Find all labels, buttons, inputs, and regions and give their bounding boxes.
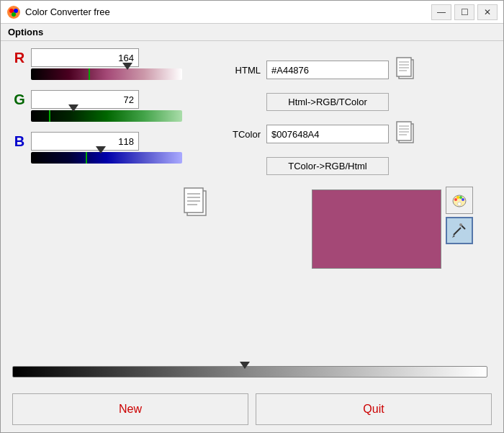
svg-point-3: [12, 12, 16, 17]
r-channel: R: [12, 48, 171, 84]
b-label-input-row: B: [12, 132, 171, 151]
main-window: Color Converter free — ☐ ✕ Options R: [0, 0, 504, 433]
g-slider-thumb: [68, 104, 78, 112]
window-title: Color Converter free: [25, 6, 431, 17]
r-slider-track[interactable]: [31, 68, 182, 80]
g-label: G: [12, 91, 27, 108]
middle-panel: [178, 48, 214, 356]
svg-point-1: [9, 9, 14, 13]
title-bar: Color Converter free — ☐ ✕: [1, 1, 503, 24]
b-slider-thumb: [96, 146, 106, 153]
r-label: R: [12, 50, 27, 66]
svg-point-31: [459, 223, 462, 226]
brightness-section: [1, 363, 503, 389]
action-icons: [446, 187, 473, 244]
svg-point-24: [456, 196, 459, 199]
window-controls: — ☐ ✕: [431, 4, 498, 20]
tcolor-convert-button[interactable]: TColor->RGB/Html: [266, 157, 389, 175]
html-convert-button[interactable]: Html->RGB/TColor: [266, 93, 389, 111]
b-slider-track[interactable]: [31, 152, 182, 164]
brightness-thumb: [240, 362, 250, 369]
tcolor-label: TColor: [221, 129, 261, 140]
g-input[interactable]: [31, 90, 139, 109]
preview-row: [266, 187, 492, 269]
tcolor-copy-button[interactable]: [395, 120, 418, 148]
close-button[interactable]: ✕: [477, 4, 498, 20]
svg-rect-17: [397, 122, 411, 140]
minimize-button[interactable]: —: [431, 4, 451, 20]
brightness-slider[interactable]: [12, 366, 487, 386]
rgb-panel: R G: [12, 48, 171, 356]
tcolor-input[interactable]: [266, 125, 389, 143]
svg-point-26: [462, 198, 464, 201]
b-slider-container: [31, 152, 182, 168]
svg-point-25: [459, 196, 462, 199]
maximize-button[interactable]: ☐: [454, 4, 474, 20]
new-button[interactable]: New: [12, 393, 248, 425]
html-label: HTML: [221, 65, 261, 76]
html-copy-button[interactable]: [395, 55, 418, 84]
g-slider-track[interactable]: [31, 110, 182, 122]
right-panel: HTML Html->RGB/TColor TColor: [221, 48, 492, 356]
b-channel: B: [12, 132, 171, 168]
r-label-input-row: R: [12, 48, 171, 67]
r-slider-container: [31, 68, 182, 84]
eyedropper-button[interactable]: [446, 217, 473, 244]
app-icon: [6, 5, 21, 19]
g-channel: G: [12, 90, 171, 126]
g-slider-container: [31, 110, 182, 126]
b-label: B: [12, 133, 27, 150]
color-preview: [312, 189, 441, 269]
quit-button[interactable]: Quit: [256, 393, 492, 425]
g-slider-marker: [49, 110, 50, 122]
html-input[interactable]: [266, 61, 389, 79]
svg-point-23: [454, 198, 457, 201]
r-slider-marker: [89, 68, 90, 80]
svg-point-27: [458, 202, 462, 206]
options-bar: Options: [1, 24, 503, 41]
options-label: Options: [8, 27, 43, 37]
b-input[interactable]: [31, 132, 139, 151]
tcolor-field-row: TColor: [221, 120, 492, 148]
bottom-buttons: New Quit: [1, 389, 503, 432]
svg-point-2: [14, 9, 18, 13]
main-content: R G: [1, 41, 503, 363]
r-slider-thumb: [122, 63, 132, 70]
svg-rect-11: [397, 58, 411, 76]
html-field-row: HTML: [221, 55, 492, 84]
palette-button[interactable]: [446, 187, 473, 214]
b-slider-marker: [86, 152, 87, 164]
g-label-input-row: G: [12, 90, 171, 109]
copy-all-button[interactable]: [181, 185, 210, 220]
